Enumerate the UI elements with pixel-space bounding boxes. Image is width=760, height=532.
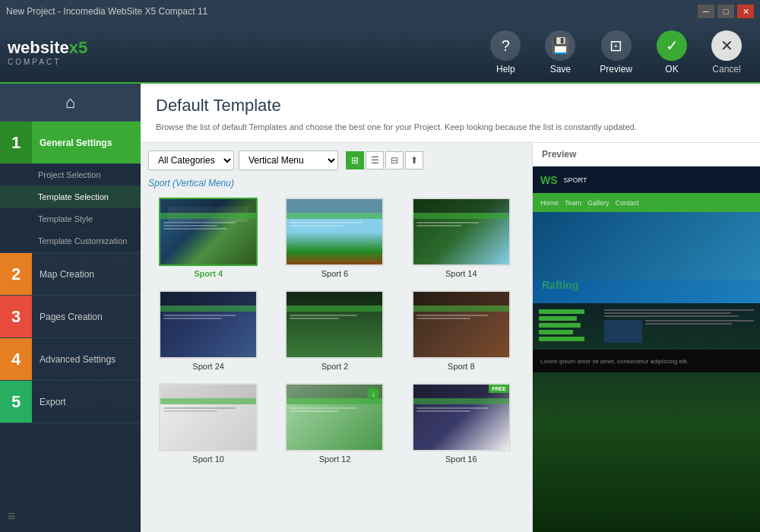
- toolbar-actions: ? Help 💾 Save ⊡ Preview ✓ OK ✕ Cancel: [144, 26, 752, 79]
- preview-image: WS SPORT Home Team Gallery Contact: [533, 166, 760, 532]
- home-icon: ⌂: [65, 93, 75, 112]
- template-item-sport6[interactable]: Sport 6: [274, 195, 394, 281]
- sidebar-item-template-style[interactable]: Template Style: [0, 208, 141, 230]
- minimize-button[interactable]: ─: [698, 5, 714, 18]
- template-item-sport12[interactable]: ↓ Sport 12: [274, 380, 394, 467]
- thumb-sport8: [412, 290, 511, 359]
- template-item-sport2[interactable]: Sport 2: [274, 287, 394, 374]
- step-4-number: 4: [0, 338, 32, 380]
- template-item-sport14[interactable]: Sport 14: [401, 195, 521, 281]
- section-header: Sport (Vertical Menu): [148, 178, 524, 188]
- step-5-number: 5: [0, 381, 32, 423]
- close-button[interactable]: ✕: [737, 5, 754, 18]
- advanced-settings-label: Advanced Settings: [32, 338, 141, 380]
- preview-content-area: [533, 303, 760, 350]
- sidebar-item-project-selection[interactable]: Project Selection: [0, 164, 141, 186]
- general-settings-label: General Settings: [32, 122, 141, 163]
- sidebar-bottom: ≡: [0, 501, 141, 532]
- thumb-sport10: [159, 383, 258, 451]
- detail-view-button[interactable]: ⊟: [385, 151, 404, 169]
- sidebar-home-button[interactable]: ⌂: [0, 84, 141, 122]
- preview-footer: Lorem ipsum dolor sit amet, consectetur …: [533, 350, 760, 372]
- sidebar-item-pages-creation[interactable]: 3 Pages Creation: [0, 296, 141, 338]
- thumb-sport14: [412, 198, 511, 266]
- thumb-sport6: [285, 198, 384, 266]
- sidebar: ⌂ 1 General Settings Project Selection T…: [0, 84, 141, 532]
- grid-view-button[interactable]: ⊞: [346, 151, 364, 169]
- step-1-number: 1: [0, 122, 32, 163]
- preview-nav-bar: Home Team Gallery Contact: [533, 193, 760, 212]
- step-2-number: 2: [0, 253, 32, 295]
- preview-button[interactable]: ⊡ Preview: [589, 26, 643, 79]
- export-view-button[interactable]: ⬆: [405, 151, 423, 169]
- template-label-sport10: Sport 10: [192, 454, 224, 464]
- preview-icon: ⊡: [601, 30, 632, 61]
- main-layout: ⌂ 1 General Settings Project Selection T…: [0, 84, 760, 532]
- filter-bar: All Categories Business Sport Nature Ver…: [148, 150, 524, 170]
- thumb-sport16: FREE: [412, 383, 511, 451]
- template-item-sport10[interactable]: Sport 10: [148, 380, 268, 467]
- preview-site: WS SPORT Home Team Gallery Contact: [533, 166, 760, 532]
- sidebar-item-template-selection[interactable]: Template Selection: [0, 186, 141, 208]
- cancel-icon: ✕: [711, 30, 742, 61]
- template-label-sport16: Sport 16: [445, 454, 477, 464]
- thumb-sport12: ↓: [285, 383, 384, 451]
- template-grid: Sport 4: [148, 195, 524, 467]
- free-badge: FREE: [489, 385, 509, 393]
- list-view-button[interactable]: ☰: [366, 151, 384, 169]
- template-item-sport4[interactable]: Sport 4: [148, 195, 268, 281]
- sidebar-item-advanced-settings[interactable]: 4 Advanced Settings: [0, 338, 141, 381]
- thumb-sport24: [159, 290, 258, 359]
- content-body: All Categories Business Sport Nature Ver…: [141, 143, 760, 532]
- step-3-number: 3: [0, 296, 32, 337]
- logo: websitex5 COMPACT: [8, 40, 144, 66]
- templates-scroll[interactable]: Sport 4: [148, 195, 524, 524]
- content-area: Default Template Browse the list of defa…: [141, 84, 760, 532]
- sidebar-item-export[interactable]: 5 Export: [0, 381, 141, 423]
- preview-main: [604, 309, 754, 344]
- window-controls: ─ □ ✕: [698, 5, 754, 18]
- sidebar-item-map-creation[interactable]: 2 Map Creation: [0, 253, 141, 296]
- help-icon: ?: [490, 30, 521, 61]
- template-label-sport8: Sport 8: [448, 362, 474, 371]
- content-header: Default Template Browse the list of defa…: [141, 84, 760, 143]
- ok-icon: ✓: [657, 30, 687, 61]
- cancel-button[interactable]: ✕ Cancel: [701, 26, 752, 79]
- title-bar: New Project - Incomedia WebSite X5 Compa…: [0, 0, 760, 23]
- toolbar: websitex5 COMPACT ? Help 💾 Save ⊡ Previe…: [0, 23, 760, 84]
- template-label-sport4: Sport 4: [194, 269, 223, 278]
- template-label-sport14: Sport 14: [445, 269, 477, 278]
- step1-subitems: Project Selection Template Selection Tem…: [0, 164, 141, 253]
- category-filter[interactable]: All Categories Business Sport Nature: [148, 150, 234, 170]
- template-list: All Categories Business Sport Nature Ver…: [141, 143, 532, 532]
- window-title: New Project - Incomedia WebSite X5 Compa…: [6, 6, 207, 17]
- template-label-sport24: Sport 24: [192, 362, 224, 371]
- view-icons: ⊞ ☰ ⊟ ⬆: [346, 151, 423, 169]
- template-item-sport24[interactable]: Sport 24: [148, 287, 268, 374]
- export-label: Export: [32, 381, 141, 423]
- map-creation-label: Map Creation: [32, 253, 141, 295]
- preview-header: Preview: [533, 143, 760, 166]
- thumb-sport2: [285, 290, 384, 359]
- preview-panel: Preview WS SPORT Home Team Gallery Conta…: [532, 143, 760, 532]
- pages-creation-label: Pages Creation: [32, 296, 141, 337]
- template-label-sport12: Sport 12: [319, 454, 351, 464]
- save-button[interactable]: 💾 Save: [534, 26, 586, 79]
- preview-sidebar: [539, 309, 600, 344]
- sidebar-item-template-customization[interactable]: Template Customization: [0, 230, 141, 252]
- help-button[interactable]: ? Help: [480, 26, 531, 79]
- thumb-sport4: [159, 198, 258, 266]
- template-item-sport8[interactable]: Sport 8: [401, 287, 521, 374]
- maximize-button[interactable]: □: [717, 5, 734, 18]
- sidebar-item-general-settings[interactable]: 1 General Settings: [0, 122, 141, 164]
- ok-button[interactable]: ✓ OK: [646, 26, 698, 79]
- template-item-sport16[interactable]: FREE Sport 16: [401, 380, 521, 467]
- page-description: Browse the list of default Templates and…: [156, 122, 745, 133]
- preview-hero: Rafting: [533, 212, 760, 303]
- page-title: Default Template: [156, 96, 745, 116]
- template-label-sport6: Sport 6: [321, 269, 348, 278]
- menu-type-filter[interactable]: Vertical Menu Horizontal Menu Drop-down …: [239, 150, 338, 170]
- preview-site-header: WS SPORT: [533, 166, 760, 193]
- save-icon: 💾: [545, 30, 575, 61]
- template-label-sport2: Sport 2: [321, 362, 348, 371]
